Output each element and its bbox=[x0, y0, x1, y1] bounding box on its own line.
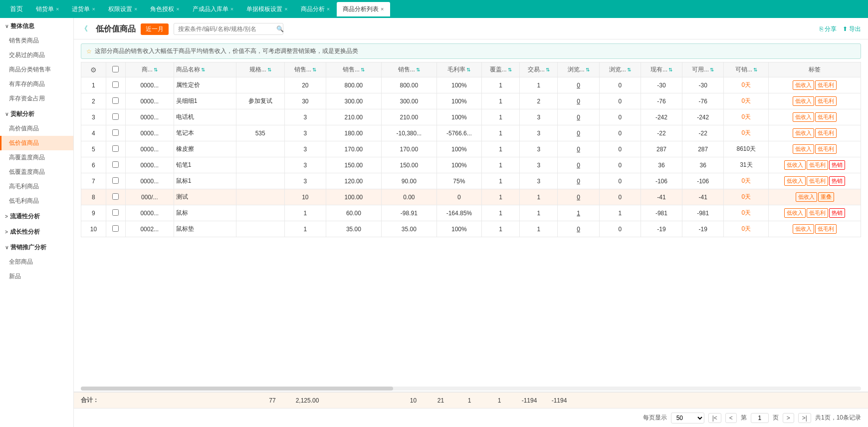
row-gross: 0 bbox=[436, 189, 481, 205]
sidebar-section-growth[interactable]: > 成长性分析 bbox=[0, 224, 73, 239]
sidebar-item-traded-goods[interactable]: 交易过的商品 bbox=[0, 48, 73, 62]
row-checkbox[interactable] bbox=[112, 193, 119, 200]
sidebar-item-sales-goods[interactable]: 销售类商品 bbox=[0, 33, 73, 48]
select-all-checkbox[interactable] bbox=[112, 66, 119, 72]
row-browse1[interactable]: 0 bbox=[558, 157, 599, 173]
col-header-check[interactable] bbox=[106, 62, 125, 77]
sidebar-item-stock-funds[interactable]: 库存资金占用 bbox=[0, 91, 73, 106]
close-icon[interactable]: × bbox=[134, 6, 137, 12]
row-checkbox[interactable] bbox=[112, 113, 119, 120]
search-input[interactable] bbox=[174, 23, 283, 35]
col-header-sale-price[interactable]: 销售...⇅ bbox=[326, 62, 381, 77]
page-size-select[interactable]: 50 100 200 bbox=[671, 413, 704, 424]
row-browse1[interactable]: 0 bbox=[558, 109, 599, 125]
col-header-avail[interactable]: 可用...⇅ bbox=[682, 62, 724, 77]
col-header-sellable[interactable]: 可销...⇅ bbox=[724, 62, 769, 77]
nav-sales[interactable]: 销货单× bbox=[30, 2, 65, 16]
col-header-code[interactable]: 商...⇅ bbox=[125, 62, 174, 77]
sidebar-item-category-rate[interactable]: 商品分类销售率 bbox=[0, 62, 73, 77]
row-checkbox[interactable] bbox=[112, 225, 119, 232]
sidebar-item-low-profit[interactable]: 低毛利商品 bbox=[0, 194, 73, 208]
share-button[interactable]: ⎘ 分享 bbox=[820, 25, 837, 33]
prev-page-button[interactable]: < bbox=[725, 413, 737, 423]
row-browse1[interactable]: 0 bbox=[558, 221, 599, 237]
row-check[interactable] bbox=[106, 205, 125, 221]
next-page-button[interactable]: > bbox=[783, 413, 794, 423]
row-check[interactable] bbox=[106, 77, 125, 93]
col-header-name[interactable]: 商品名称⇅ bbox=[174, 62, 236, 77]
row-check[interactable] bbox=[106, 109, 125, 125]
sidebar-section-marketing[interactable]: ∨ 营销推广分析 bbox=[0, 239, 73, 255]
col-header-stock[interactable]: 现有...⇅ bbox=[641, 62, 682, 77]
sidebar-item-new-goods[interactable]: 新品 bbox=[0, 269, 73, 284]
row-checkbox[interactable] bbox=[112, 177, 119, 184]
row-check[interactable] bbox=[106, 173, 125, 189]
close-icon[interactable]: × bbox=[284, 6, 287, 12]
row-check[interactable] bbox=[106, 157, 125, 173]
close-icon[interactable]: × bbox=[327, 6, 330, 12]
page-number-input[interactable] bbox=[751, 413, 769, 423]
row-checkbox[interactable] bbox=[112, 97, 119, 104]
row-browse1[interactable]: 1 bbox=[558, 205, 599, 221]
row-name: 橡皮擦 bbox=[174, 141, 236, 157]
close-icon[interactable]: × bbox=[230, 6, 233, 12]
sidebar-item-stock-goods[interactable]: 有库存的商品 bbox=[0, 77, 73, 91]
nav-product-in[interactable]: 产成品入库单× bbox=[187, 2, 239, 16]
first-page-button[interactable]: |< bbox=[708, 413, 721, 423]
row-browse1[interactable]: 0 bbox=[558, 189, 599, 205]
row-browse1[interactable]: 0 bbox=[558, 173, 599, 189]
row-stock: 36 bbox=[641, 157, 682, 173]
sidebar-item-high-value[interactable]: 高价值商品 bbox=[0, 121, 73, 136]
row-checkbox[interactable] bbox=[112, 81, 119, 88]
row-browse1[interactable]: 0 bbox=[558, 77, 599, 93]
last-page-button[interactable]: >| bbox=[798, 413, 811, 423]
close-icon[interactable]: × bbox=[176, 6, 179, 12]
horizontal-scrollbar[interactable] bbox=[81, 387, 861, 391]
export-button[interactable]: ⬆ 导出 bbox=[843, 25, 861, 33]
col-header-browse1[interactable]: 浏览...⇅ bbox=[558, 62, 599, 77]
close-icon[interactable]: × bbox=[381, 6, 384, 12]
row-avail: -19 bbox=[682, 221, 724, 237]
scrollbar-thumb[interactable] bbox=[81, 387, 393, 391]
filter-period-button[interactable]: 近一月 bbox=[141, 23, 169, 35]
nav-product-analysis[interactable]: 商品分析× bbox=[295, 2, 336, 16]
row-check[interactable] bbox=[106, 93, 125, 109]
col-header-sale-qty[interactable]: 销售...⇅ bbox=[284, 62, 326, 77]
col-header-browse2[interactable]: 浏览...⇅ bbox=[599, 62, 641, 77]
nav-product-analysis-list[interactable]: 商品分析列表× bbox=[337, 2, 390, 16]
row-browse1[interactable]: 0 bbox=[558, 141, 599, 157]
nav-template[interactable]: 单据模板设置× bbox=[240, 2, 293, 16]
search-icon[interactable]: 🔍 bbox=[276, 25, 284, 32]
row-checkbox[interactable] bbox=[112, 145, 119, 152]
row-checkbox[interactable] bbox=[112, 209, 119, 216]
col-header-cover[interactable]: 覆盖...⇅ bbox=[481, 62, 519, 77]
sidebar-item-all-goods[interactable]: 全部商品 bbox=[0, 255, 73, 269]
row-check[interactable] bbox=[106, 189, 125, 205]
row-browse1[interactable]: 0 bbox=[558, 93, 599, 109]
row-check[interactable] bbox=[106, 125, 125, 141]
sidebar-section-flow[interactable]: > 流通性分析 bbox=[0, 208, 73, 224]
col-header-trade[interactable]: 交易...⇅ bbox=[520, 62, 558, 77]
sidebar-item-low-value[interactable]: 低价值商品 bbox=[0, 136, 73, 150]
collapse-sidebar-button[interactable]: 《 bbox=[81, 24, 88, 33]
col-header-sale-cost[interactable]: 销售...⇅ bbox=[381, 62, 436, 77]
col-header-gross[interactable]: 毛利率⇅ bbox=[436, 62, 481, 77]
row-checkbox[interactable] bbox=[112, 129, 119, 136]
sidebar-item-low-coverage[interactable]: 低覆盖度商品 bbox=[0, 165, 73, 179]
row-check[interactable] bbox=[106, 221, 125, 237]
close-icon[interactable]: × bbox=[56, 6, 59, 12]
nav-role[interactable]: 角色授权× bbox=[144, 2, 185, 16]
close-icon[interactable]: × bbox=[92, 6, 95, 12]
col-header-gear[interactable]: ⚙ bbox=[81, 62, 106, 77]
sidebar-section-overall[interactable]: ∨ 整体信息 bbox=[0, 18, 73, 33]
row-browse1[interactable]: 0 bbox=[558, 125, 599, 141]
row-check[interactable] bbox=[106, 141, 125, 157]
row-checkbox[interactable] bbox=[112, 161, 119, 168]
nav-permission[interactable]: 权限设置× bbox=[102, 2, 143, 16]
nav-purchase[interactable]: 进货单× bbox=[66, 2, 101, 16]
sidebar-section-contribution[interactable]: ∨ 贡献分析 bbox=[0, 106, 73, 121]
sidebar-item-high-profit[interactable]: 高毛利商品 bbox=[0, 179, 73, 194]
sidebar-item-high-coverage[interactable]: 高覆盖度商品 bbox=[0, 150, 73, 165]
col-header-spec[interactable]: 规格...⇅ bbox=[236, 62, 284, 77]
nav-home[interactable]: 首页 bbox=[4, 1, 29, 16]
